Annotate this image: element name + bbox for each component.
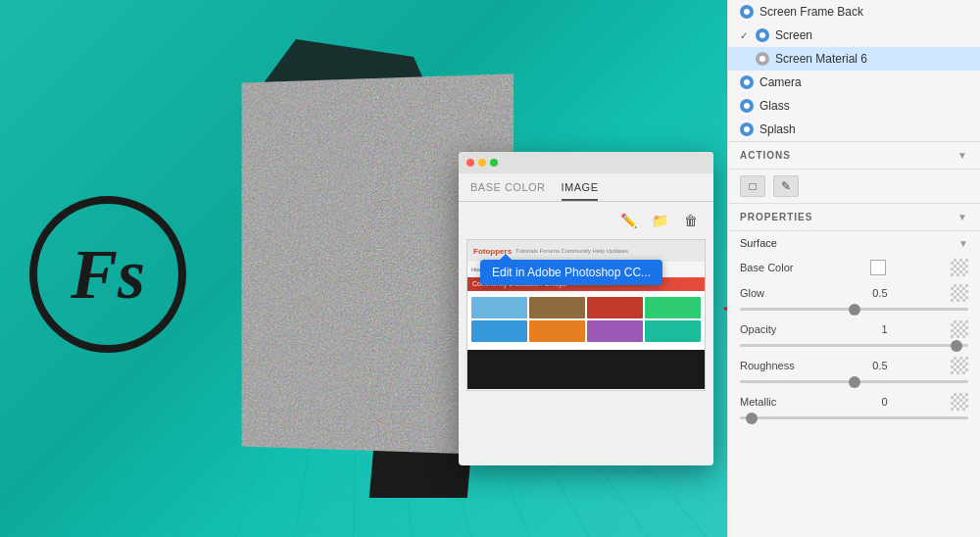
opacity-slider[interactable] xyxy=(740,344,968,347)
layer-label-screen-frame-back: Screen Frame Back xyxy=(760,5,863,19)
panel-tabs: Base Color IMAGE xyxy=(459,173,713,202)
metallic-slider-row xyxy=(728,415,980,425)
svg-point-6 xyxy=(744,103,750,109)
svg-point-7 xyxy=(744,126,750,132)
opacity-slider-row xyxy=(728,342,980,353)
actions-label: ActiONS xyxy=(740,150,791,161)
opacity-value: 1 xyxy=(868,323,888,335)
new-action-button[interactable]: □ xyxy=(740,175,765,197)
layer-item-screen-frame-back[interactable]: Screen Frame Back xyxy=(728,0,980,24)
properties-label: PROPERTIES xyxy=(740,212,812,222)
edit-action-button[interactable]: ✎ xyxy=(773,175,799,197)
tab-color[interactable]: Base Color xyxy=(470,181,546,201)
layer-label-screen-material-6: Screen Material 6 xyxy=(775,52,867,66)
trash-icon[interactable]: 🗑 xyxy=(680,210,702,231)
roughness-row: Roughness 0.5 xyxy=(728,353,980,378)
preview-bottom xyxy=(467,350,705,389)
layers-section: Screen Frame Back ✓ Screen Screen Materi… xyxy=(728,0,980,142)
svg-point-4 xyxy=(760,56,765,62)
roughness-slider-row xyxy=(728,378,980,389)
layer-item-screen-material-6[interactable]: Screen Material 6 xyxy=(728,47,980,71)
roughness-slider-thumb[interactable] xyxy=(849,376,860,388)
glow-slider[interactable] xyxy=(740,308,968,311)
layer-item-screen[interactable]: ✓ Screen xyxy=(728,24,980,47)
edit-photoshop-tooltip[interactable]: Edit in Adobe Photoshop CC... xyxy=(480,260,662,285)
panel-toolbar: ✏️ 📁 🗑 xyxy=(459,202,713,239)
base-color-swatch[interactable] xyxy=(870,260,886,275)
folder-icon[interactable]: 📁 xyxy=(649,210,670,231)
svg-point-3 xyxy=(760,32,765,38)
layer-item-splash[interactable]: Splash xyxy=(728,118,980,141)
opacity-checker[interactable] xyxy=(951,320,968,338)
actions-toolbar: □ ✎ xyxy=(728,170,980,203)
preview-content xyxy=(467,291,705,346)
roughness-checker[interactable] xyxy=(951,357,968,374)
glow-checker[interactable] xyxy=(951,284,968,302)
layer-label-camera: Camera xyxy=(760,75,802,89)
metallic-checker[interactable] xyxy=(951,393,968,411)
thumb-4 xyxy=(645,297,701,318)
preview-grid xyxy=(471,297,701,342)
layer-icon-glass xyxy=(740,99,754,113)
panel-titlebar xyxy=(459,152,713,173)
roughness-slider[interactable] xyxy=(740,380,968,383)
roughness-value: 0.5 xyxy=(868,360,888,371)
layer-icon-splash xyxy=(740,122,754,136)
thumb-7 xyxy=(587,320,643,342)
glow-slider-row xyxy=(728,306,980,317)
titlebar-dots xyxy=(466,159,498,167)
actions-arrow-icon: ▼ xyxy=(957,150,968,161)
layer-label-screen: Screen xyxy=(775,28,812,42)
properties-header[interactable]: PROPERTIES ▼ xyxy=(728,204,980,231)
glow-label: Glow xyxy=(740,287,808,299)
3d-viewport: Fs Base Color IMAGE ✏️ 📁 🗑 Fotoppers xyxy=(0,0,727,537)
metallic-slider[interactable] xyxy=(740,416,968,419)
brush-icon[interactable]: ✏️ xyxy=(617,210,639,231)
red-arrow-indicator xyxy=(715,294,727,323)
close-dot[interactable] xyxy=(466,159,474,167)
base-color-label: Base Color xyxy=(740,262,808,273)
thumb-5 xyxy=(471,320,527,342)
layer-icon-camera xyxy=(740,75,754,89)
actions-header[interactable]: ActiONS ▼ xyxy=(728,142,980,170)
glow-slider-thumb[interactable] xyxy=(849,304,860,316)
base-color-row: Base Color xyxy=(728,255,980,280)
right-panel: Screen Frame Back ✓ Screen Screen Materi… xyxy=(727,0,980,537)
layer-icon xyxy=(740,5,754,19)
svg-point-2 xyxy=(744,9,750,15)
layer-item-camera[interactable]: Camera xyxy=(728,71,980,94)
svg-point-5 xyxy=(744,79,750,85)
layer-label-splash: Splash xyxy=(760,122,796,136)
thumb-8 xyxy=(645,320,701,342)
base-color-checker[interactable] xyxy=(951,259,968,276)
surface-row: Surface ▼ xyxy=(728,231,980,255)
float-panel: Base Color IMAGE ✏️ 📁 🗑 Fotoppers Tutori… xyxy=(459,152,713,465)
surface-label: Surface xyxy=(740,237,958,249)
layer-icon-material xyxy=(756,52,769,66)
glow-row: Glow 0.5 xyxy=(728,280,980,306)
tab-image[interactable]: IMAGE xyxy=(562,181,599,201)
fs-logo: Fs xyxy=(29,196,186,353)
metallic-label: Metallic xyxy=(740,396,808,408)
opacity-slider-thumb[interactable] xyxy=(951,340,962,352)
thumb-3 xyxy=(587,297,643,318)
layer-label-glass: Glass xyxy=(760,99,790,113)
thumb-1 xyxy=(471,297,527,318)
thumb-6 xyxy=(529,320,585,342)
opacity-label: Opacity xyxy=(740,323,808,335)
layer-item-glass[interactable]: Glass xyxy=(728,94,980,118)
maximize-dot[interactable] xyxy=(490,159,498,167)
surface-arrow-icon: ▼ xyxy=(958,238,968,249)
glow-value: 0.5 xyxy=(868,287,888,299)
metallic-row: Metallic 0 xyxy=(728,389,980,415)
metallic-value: 0 xyxy=(868,396,888,408)
minimize-dot[interactable] xyxy=(478,159,486,167)
layer-icon xyxy=(756,28,769,42)
actions-section: ActiONS ▼ □ ✎ xyxy=(728,142,980,204)
opacity-row: Opacity 1 xyxy=(728,317,980,342)
properties-arrow-icon: ▼ xyxy=(957,212,968,222)
thumb-2 xyxy=(529,297,585,318)
properties-section: PROPERTIES ▼ Surface ▼ Base Color Glow 0… xyxy=(728,204,980,537)
roughness-label: Roughness xyxy=(740,360,808,371)
metallic-slider-thumb[interactable] xyxy=(746,413,758,424)
